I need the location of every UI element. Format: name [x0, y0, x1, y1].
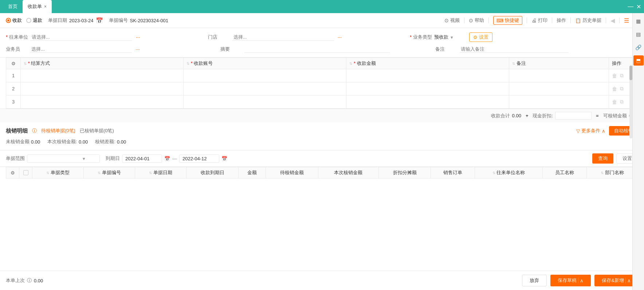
discount-input[interactable]: [555, 112, 592, 119]
tab-bar-right: — ✕: [628, 3, 641, 10]
partner-field: * 往来单位 ···: [6, 34, 196, 41]
row-1-notes[interactable]: [509, 69, 609, 82]
diff-stat: 核销差额: 0.00: [95, 138, 126, 145]
row-2-settle[interactable]: [21, 82, 184, 95]
tab-home[interactable]: 首页: [3, 0, 23, 13]
toolbar: 收款 退款 单据日期 2023-03-24 📅 单据编号 SK-20230324…: [0, 13, 644, 28]
more-filter-btn[interactable]: ▽ 更多条件 ∧: [576, 128, 605, 134]
prev-nav-icon[interactable]: ◀: [610, 17, 615, 24]
print-btn[interactable]: 🖨 打印: [531, 17, 547, 24]
calendar-icon[interactable]: 📅: [96, 17, 103, 24]
summary-input[interactable]: [244, 46, 390, 53]
save-draft-btn[interactable]: 保存草稿 ∧: [550, 275, 591, 286]
table-gear-icon[interactable]: ⚙: [9, 61, 17, 66]
hex-title-row: 核销明细 ⓘ 待核销单据(0笔) 已核销单据(0笔) ▽ 更多条件 ∧ 自动核销: [6, 126, 638, 136]
col-date: ⇅ 单据日期: [135, 167, 186, 179]
store-field: 门店 ···: [208, 34, 398, 41]
row-3-copy-icon[interactable]: ⧉: [620, 99, 624, 105]
radio-shoukuan[interactable]: 收款: [6, 17, 22, 24]
row-2-delete-icon[interactable]: 🗑: [612, 86, 617, 92]
layout-icon[interactable]: ☰: [624, 17, 629, 24]
range-select[interactable]: ▾: [27, 154, 100, 163]
hex-pending-tab[interactable]: 待核销单据(0笔): [41, 128, 75, 134]
radio-tuikuan-label: 退款: [33, 17, 42, 24]
quickkey-btn[interactable]: ⌨ 快捷键: [493, 16, 522, 25]
table-row: 1 🗑 ⧉: [6, 69, 638, 82]
row-3-amount[interactable]: [346, 95, 509, 109]
row-1-amount[interactable]: [346, 69, 509, 82]
calendar-to-icon[interactable]: 📅: [221, 156, 227, 161]
table-row: 3 🗑 ⧉: [6, 95, 638, 109]
calendar-from-icon[interactable]: 📅: [164, 156, 170, 161]
save-draft-dropdown-icon[interactable]: ∧: [580, 278, 584, 283]
history-btn[interactable]: 📋 历史单据: [575, 17, 601, 24]
right-panel-icon-1[interactable]: ▦: [633, 16, 644, 26]
tab-home-label: 首页: [8, 3, 17, 10]
help-btn[interactable]: ⊙ 帮助: [469, 17, 484, 24]
date-label: 单据日期: [48, 17, 67, 24]
footer-info-icon[interactable]: ⓘ: [27, 277, 32, 284]
operation-btn[interactable]: 操作: [557, 17, 566, 24]
scrollbar[interactable]: [629, 66, 632, 138]
tab-active[interactable]: 收款单 ×: [23, 0, 52, 13]
staff-more-icon[interactable]: ···: [134, 46, 141, 52]
total-value: 0.00: [512, 113, 521, 118]
hex-done-tab[interactable]: 已核销单据(0笔): [80, 128, 114, 134]
store-input[interactable]: [232, 34, 334, 41]
abandon-btn[interactable]: 放弃: [522, 275, 547, 286]
save-new-dropdown-icon[interactable]: ∧: [627, 278, 631, 283]
radio-tuikuan[interactable]: 退款: [26, 17, 42, 24]
save-new-btn[interactable]: 保存&新增 ∧: [594, 275, 638, 286]
col-dept: ⇅ 部门名称: [586, 167, 638, 179]
window-minimize-icon[interactable]: —: [628, 3, 633, 10]
right-panel-icon-2[interactable]: ▤: [633, 29, 644, 39]
row-2-amount[interactable]: [346, 82, 509, 95]
summary-label: 摘要: [220, 46, 242, 52]
row-2-account[interactable]: [184, 82, 346, 95]
row-3-delete-icon[interactable]: 🗑: [612, 99, 617, 105]
diff-value: 0.00: [117, 139, 126, 145]
window-close-icon[interactable]: ✕: [636, 3, 641, 10]
row-2-notes[interactable]: [509, 82, 609, 95]
scrollbar-thumb[interactable]: [629, 66, 632, 80]
staff-input[interactable]: [30, 46, 132, 53]
divider2: [488, 17, 489, 23]
row-1-account[interactable]: [184, 69, 346, 82]
row-1-settle[interactable]: [21, 69, 184, 82]
right-panel-icon-4[interactable]: ⬒: [633, 55, 644, 66]
row-1-copy-icon[interactable]: ⧉: [620, 72, 624, 79]
col-settle-header: ⇅ * 结算方式: [21, 58, 184, 69]
date-to-input[interactable]: [179, 154, 219, 163]
select-all-checkbox[interactable]: [23, 170, 28, 175]
query-btn[interactable]: 查询: [592, 153, 613, 164]
business-type-dropdown-icon[interactable]: ▾: [451, 35, 453, 40]
bottom-table-gear-icon[interactable]: ⚙: [9, 170, 16, 176]
row-2-copy-icon[interactable]: ⧉: [620, 86, 624, 92]
notes-input[interactable]: [459, 46, 569, 53]
video-icon: ⊙: [444, 17, 449, 23]
hex-stats-row: 未核销金额 0.00 本次核销金额: 0.00 核销差额: 0.00: [6, 138, 638, 145]
num-value: SK-20230324-001: [130, 18, 169, 23]
date-from-input[interactable]: [122, 154, 162, 163]
row-3-settle[interactable]: [21, 95, 184, 109]
col-notes-header: ⇅ 备注: [509, 58, 609, 69]
row-3-account[interactable]: [184, 95, 346, 109]
partner-more-icon[interactable]: ···: [134, 34, 142, 40]
tab-close-icon[interactable]: ×: [44, 4, 47, 9]
tab-active-label: 收款单: [28, 3, 42, 10]
settings-button[interactable]: ⚙ 设置: [469, 32, 492, 42]
num-field: 单据编号 SK-20230324-001: [109, 17, 169, 24]
store-more-icon[interactable]: ···: [336, 34, 343, 40]
partner-input[interactable]: [30, 34, 132, 41]
range-filter: 单据范围 ▾: [6, 154, 100, 163]
hex-info-icon[interactable]: ⓘ: [32, 128, 37, 134]
video-label: 视频: [450, 17, 460, 24]
row-3-notes[interactable]: [509, 95, 609, 109]
notes-label: 备注: [435, 46, 457, 52]
video-btn[interactable]: ⊙ 视频: [444, 17, 460, 24]
row-1-delete-icon[interactable]: 🗑: [612, 73, 617, 79]
plus-sign: +: [526, 113, 529, 118]
right-panel-icon-3[interactable]: 🔗: [633, 42, 644, 52]
bottom-table-area: ⚙ ⇅ 单据类型 ⇅ 单据编号: [0, 167, 644, 271]
help-icon: ⊙: [469, 17, 473, 23]
